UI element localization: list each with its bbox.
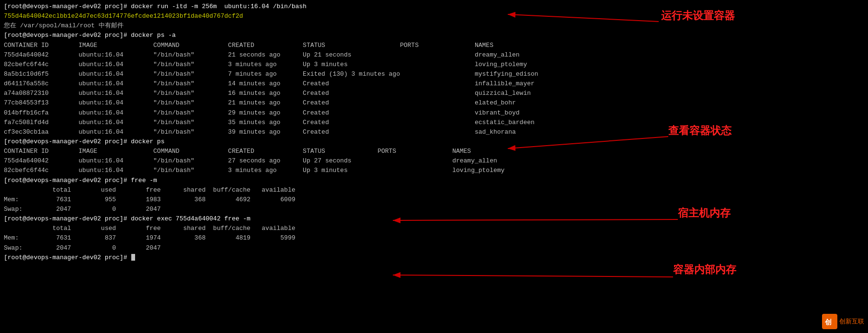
line-15: [root@devops-manager-dev02 proc]# docker… <box>4 137 643 147</box>
line-4: [root@devops-manager-dev02 proc]# docker… <box>4 31 643 40</box>
line-17: 755d4a640042 ubuntu:16.04 "/bin/bash" 27… <box>4 156 643 166</box>
watermark-logo-icon: 创 <box>822 314 837 329</box>
svg-text:创: 创 <box>824 319 832 326</box>
line-24: total used free shared buff/cache availa… <box>4 224 643 233</box>
line-8: 8a5b1c10d6f5 ubuntu:16.04 "/bin/bash" 7 … <box>4 69 643 79</box>
line-1: [root@devops-manager-dev02 proc]# docker… <box>4 2 643 11</box>
line-18: 82cbefc6f44c ubuntu:16.04 "/bin/bash" 3 … <box>4 166 643 175</box>
line-9: d641176a558c ubuntu:16.04 "/bin/bash" 14… <box>4 79 643 89</box>
annotation-view-status: 查看容器状态 <box>668 124 731 138</box>
watermark-text: 创新互联 <box>839 317 864 326</box>
line-25: Mem: 7631 837 1974 368 4819 5999 <box>4 233 643 243</box>
line-16: CONTAINER ID IMAGE COMMAND CREATED STATU… <box>4 147 643 156</box>
line-21: Mem: 7631 955 1983 368 4692 6009 <box>4 195 643 205</box>
line-26: Swap: 2047 0 2047 <box>4 243 643 253</box>
line-10: a74a08872310 ubuntu:16.04 "/bin/bash" 16… <box>4 89 643 98</box>
line-19: [root@devops-manager-dev02 proc]# free -… <box>4 176 643 185</box>
annotation-run-container: 运行未设置容器 <box>661 9 735 23</box>
terminal: [root@devops-manager-dev02 proc]# docker… <box>0 0 647 333</box>
line-20: total used free shared buff/cache availa… <box>4 185 643 195</box>
line-3: 您在 /var/spool/mail/root 中有邮件 <box>4 21 643 31</box>
line-13: fa7c508lfd4d ubuntu:16.04 "/bin/bash" 35… <box>4 118 643 127</box>
line-12: 014bffb16cfa ubuntu:16.04 "/bin/bash" 29… <box>4 108 643 118</box>
line-11: 77cb84553f13 ubuntu:16.04 "/bin/bash" 21… <box>4 98 643 108</box>
line-23: [root@devops-manager-dev02 proc]# docker… <box>4 214 643 224</box>
watermark: 创 创新互联 <box>822 314 864 329</box>
annotation-host-mem: 宿主机内存 <box>678 206 731 220</box>
line-22: Swap: 2047 0 2047 <box>4 205 643 214</box>
annotation-status-label: 查看容器状态 <box>668 125 731 137</box>
annotation-container-mem: 容器内部内存 <box>673 263 736 277</box>
annotation-run-label: 运行未设置容器 <box>661 10 735 22</box>
line-7: 82cbefc6f44c ubuntu:16.04 "/bin/bash" 3 … <box>4 60 643 69</box>
line-14: cf3ec30cb1aa ubuntu:16.04 "/bin/bash" 39… <box>4 127 643 137</box>
line-6: 755d4a640042 ubuntu:16.04 "/bin/bash" 21… <box>4 50 643 60</box>
annotation-container-mem-label: 容器内部内存 <box>673 264 736 276</box>
annotation-host-mem-label: 宿主机内存 <box>678 207 731 219</box>
line-27: [root@devops-manager-dev02 proc]# <box>4 253 643 263</box>
line-5: CONTAINER ID IMAGE COMMAND CREATED STATU… <box>4 41 643 50</box>
line-2: 755d4a640042eclbb1e24d7ec63d174776efcdee… <box>4 11 643 21</box>
